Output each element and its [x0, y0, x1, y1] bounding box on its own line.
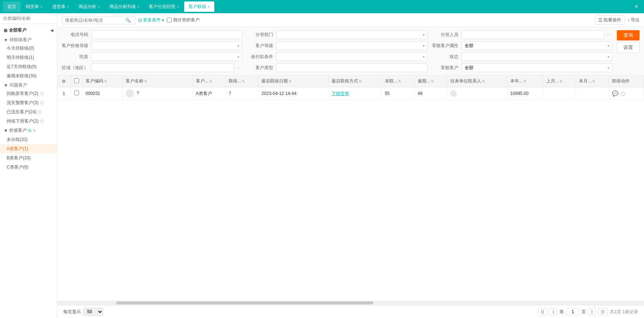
filter-search-input[interactable] [65, 18, 124, 23]
last-page-button[interactable]: ⟩⟩ [598, 308, 608, 315]
sort-not-contacted[interactable]: ⇅ [398, 79, 401, 83]
settings-button[interactable]: 设置 [617, 42, 640, 53]
sort-last-date[interactable]: ⇅ [289, 79, 291, 83]
sidebar-item-declining[interactable]: 持续下滑客户(2) ⓘ [0, 117, 57, 126]
sort-last-month[interactable]: ⇅ [559, 79, 562, 83]
advanced-filter-panel: 电话号码 分管部门 ▾ 分管人员 [57, 27, 644, 75]
filter-button-group: 查询 设置 [612, 30, 640, 72]
my-customers-filter[interactable]: 我分管的客户 [167, 17, 200, 23]
per-page-select[interactable]: 50 20 100 [83, 308, 103, 316]
window-close-button[interactable]: × [632, 3, 641, 10]
filter-row-2: 客户价格等级 ▾ 客户等级 ▾ [62, 41, 612, 50]
sidebar-item-repurchase-abnormal[interactable]: 回购异常客户(2) ⓘ [0, 89, 57, 98]
nature-select[interactable] [91, 52, 242, 61]
my-customers-checkbox[interactable] [167, 18, 172, 22]
customer-level-select[interactable] [276, 41, 427, 50]
table-header-code: 客户编码⇅ [82, 75, 123, 87]
prev-page-button[interactable]: ⟨ [550, 308, 557, 315]
retail-customer-select[interactable]: 全部 [461, 63, 612, 72]
message-action-icon[interactable]: 💬 [612, 91, 618, 96]
row-actions: 💬 ⬡ [609, 87, 644, 100]
customer-type-input[interactable] [276, 63, 427, 72]
query-button[interactable]: 查询 [617, 30, 640, 40]
tab-customer-contact[interactable]: 客户联络 × [184, 1, 214, 12]
sort-contact-count[interactable]: ⇅ [242, 79, 245, 83]
page-size-selector: 每页显示 50 20 100 [63, 308, 103, 316]
sidebar-item-tomorrow-pending[interactable]: 明天待联络(1) [0, 53, 57, 62]
last-method-link[interactable]: 下销货单 [332, 91, 349, 96]
scrollbar-thumb[interactable] [116, 301, 373, 304]
person-dots-icon[interactable]: ··· [604, 32, 612, 37]
sidebar-item-b-class[interactable]: B类客户(33) [0, 153, 57, 163]
person-input[interactable] [461, 30, 604, 39]
export-label: 导出 [631, 17, 640, 23]
tab-purchase[interactable]: 进货单 × [48, 1, 74, 12]
sort-overdue[interactable]: ⇅ [431, 79, 434, 83]
table-header-actions: 联络动作 [609, 75, 644, 87]
customer-level-select-wrap: ▾ [276, 41, 427, 50]
tab-customer-tier-close[interactable]: × [177, 5, 179, 9]
status-select[interactable] [461, 52, 612, 61]
sort-last-method[interactable]: ⇅ [359, 79, 362, 83]
table-header-checkbox[interactable] [71, 75, 82, 87]
export-button[interactable]: ↑ 导出 [627, 17, 640, 23]
batch-operation-button[interactable]: ☰ 批量操作 [595, 15, 625, 25]
filter-field-dept: 分管部门 ▾ [247, 30, 427, 39]
sidebar-all-customers-header[interactable]: ⊞ 全部客户 ◀ [0, 25, 57, 35]
sidebar-item-ungrouped[interactable]: 未分组(32) [0, 135, 57, 144]
tab-goods-list-close[interactable]: × [137, 5, 140, 9]
tab-customer-tier[interactable]: 客户分层经营 × [144, 1, 183, 12]
tab-goods-analysis[interactable]: 商品分析 × [74, 1, 104, 12]
price-level-label: 客户价格等级 [62, 43, 91, 49]
region-input[interactable] [91, 63, 234, 72]
sort-type[interactable]: ⇅ [209, 79, 212, 83]
row-this-month [576, 87, 609, 100]
sort-current-year[interactable]: ⇅ [523, 79, 526, 83]
retail-attr-select[interactable]: 全部 [461, 41, 612, 50]
refresh-icon[interactable]: ↻ [28, 128, 32, 133]
tab-purchase-close[interactable]: × [67, 5, 69, 9]
select-all-checkbox[interactable] [74, 78, 79, 83]
tab-customer-contact-close[interactable]: × [208, 5, 210, 9]
page-number-input[interactable] [566, 308, 579, 315]
sidebar-item-churned[interactable]: 已流失客户(24) ⓘ [0, 107, 57, 117]
dept-label: 分管部门 [247, 32, 276, 38]
tab-goods-analysis-close[interactable]: × [98, 5, 100, 9]
sidebar-item-a-class[interactable]: A类客户(1) [0, 144, 57, 153]
sort-code[interactable]: ⇅ [104, 79, 107, 83]
table-header-last-month: 上月...⇅ [543, 75, 576, 87]
payment-select[interactable] [276, 52, 427, 61]
edit-icon[interactable]: ✎ [33, 128, 36, 133]
tab-goods-list[interactable]: 商品分析列表 × [105, 1, 144, 12]
sidebar-item-overdue-pending[interactable]: 逾期未联络(30) [0, 71, 57, 81]
filter-field-nature: 性质 ▾ [62, 52, 242, 61]
sort-name[interactable]: ⇅ [144, 79, 147, 83]
price-level-select[interactable] [91, 41, 242, 50]
tab-sales-close[interactable]: × [40, 5, 43, 9]
dept-select-wrap: ▾ [276, 30, 427, 39]
sidebar-search-input[interactable] [3, 16, 57, 21]
payment-label: 收付款条件 [247, 54, 276, 60]
sidebar-item-7day-pending[interactable]: 近7天待联络(0) [0, 62, 57, 71]
sidebar-item-c-class[interactable]: C类客户(6) [0, 163, 57, 172]
dept-select[interactable] [276, 30, 427, 39]
region-dots-icon[interactable]: ··· [234, 65, 242, 70]
row-checkbox[interactable] [74, 91, 79, 95]
table-header-gear[interactable]: ⚙ [57, 75, 71, 87]
filter-search-icon[interactable]: 🔍 [125, 18, 131, 23]
sort-company-contact[interactable]: ⇅ [482, 79, 485, 83]
tab-sales[interactable]: 销货单 × [21, 1, 47, 12]
info-icon-1: ⓘ [40, 91, 44, 96]
sidebar-item-today-pending[interactable]: 今天待联络(0) [0, 44, 57, 53]
row-type: A类客户 [193, 87, 225, 100]
customer-type-label: 客户类型 [247, 65, 276, 71]
horizontal-scrollbar[interactable] [57, 301, 644, 305]
first-page-button[interactable]: ⟨⟨ [538, 308, 547, 315]
sidebar-item-churn-warning[interactable]: 流失预警客户(3) ⓘ [0, 98, 57, 107]
filter-more-conditions[interactable]: ⊟ 更多条件 ▾ [138, 17, 164, 23]
next-page-button[interactable]: ⟩ [588, 308, 596, 315]
sort-this-month[interactable]: ⇅ [592, 79, 595, 83]
tab-home[interactable]: 首页 [3, 1, 21, 12]
phone-input[interactable] [91, 30, 242, 39]
connect-action-icon[interactable]: ⬡ [620, 91, 625, 96]
